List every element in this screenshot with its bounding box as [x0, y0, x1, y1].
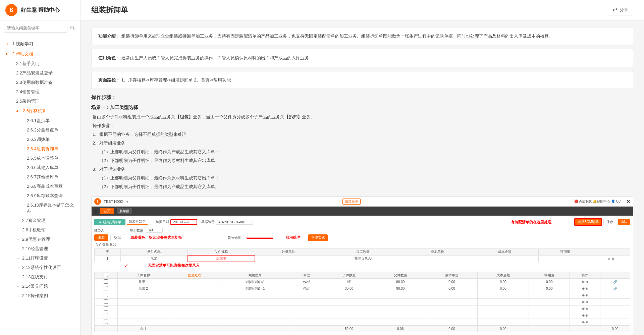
- ss-dropdown: ▼: [125, 200, 129, 204]
- path-block: 页面路径： 1、库存核算->库存管理->组装拆卸单 2、首页->常用功能: [91, 71, 633, 89]
- plus-icon-211: ＋: [16, 256, 20, 261]
- search-input[interactable]: [4, 24, 67, 33]
- row-check-1[interactable]: [104, 279, 108, 284]
- sidebar-item-1[interactable]: ＋ 1.视频学习: [0, 39, 80, 49]
- sidebar-item-210[interactable]: ＋ 2.10经营管理: [7, 244, 80, 254]
- sidebar-item-27[interactable]: ＋ 2.7资金管理: [7, 216, 80, 225]
- sidebar-item-21[interactable]: 2.1新手入门: [7, 59, 80, 68]
- sidebar-item-268[interactable]: 2.6.8商品成本重算: [12, 182, 80, 191]
- sidebar-item-267[interactable]: 2.6.7其他出库单: [12, 172, 80, 182]
- row-check-2[interactable]: [104, 286, 108, 290]
- sidebar-item-28-label: 2.8手机旺铺: [22, 227, 46, 233]
- sidebar-item-25[interactable]: 2.5采购管理: [7, 97, 80, 106]
- sidebar-item-26[interactable]: ● 2.6库存核算 2.6.1盘点单 2.6.2分量盘点单 2.6.3调拨单: [7, 106, 80, 216]
- ss-meta-row: 经办人 加工数量 1/3: [94, 228, 630, 233]
- table-row: ⊕ ⊗: [95, 312, 630, 319]
- sidebar-item-264-label: 2.6.4组装拆卸单: [27, 146, 58, 152]
- search-box: [0, 20, 80, 36]
- sidebar-item-264[interactable]: 2.6.4组装拆卸单: [12, 144, 80, 154]
- sidebar-item-22[interactable]: 2.2产品安装及登录: [7, 68, 80, 78]
- sidebar-item-263[interactable]: 2.6.3调拨单: [12, 135, 80, 144]
- sidebar-item-212[interactable]: ＋ 2.12系统个性化设置: [7, 263, 80, 272]
- row-check-6[interactable]: [104, 313, 108, 317]
- sidebar-item-261[interactable]: 2.6.1盘点单: [12, 116, 80, 125]
- sidebar-item-23[interactable]: 2.3使用前数据准备: [7, 78, 80, 87]
- td-cost-total: [471, 255, 538, 262]
- plus-icon-29: ＋: [16, 237, 20, 242]
- sidebar-item-213-label: 2.13在线支付: [22, 274, 48, 280]
- ss-close-btn: ✕: [626, 199, 630, 204]
- sidebar-item-210-label: 2.10经营管理: [22, 246, 48, 252]
- plus-icon-210: ＋: [16, 246, 20, 252]
- plus-icon-212: ＋: [16, 265, 20, 271]
- plus-icon: ＋: [5, 41, 10, 47]
- sidebar-item-265[interactable]: 2.6.5成本调整单: [12, 154, 80, 163]
- sidebar-item-211[interactable]: ＋ 2.11打印设置: [7, 254, 80, 263]
- table-row: 1 米米 组装单 每包 ≥ 0.00 ⊕ ⊗: [95, 255, 630, 262]
- table-row: ⊕ ⊗: [95, 305, 630, 312]
- ss-lth-ops: 操作: [570, 272, 600, 279]
- svg-line-1: [73, 29, 75, 30]
- sidebar-item-2-label: 2.帮助文档: [12, 51, 33, 57]
- role-block: 使用角色： 通常由生产人员或库管人员完成拆装业务的操作，库管人员确认原材料的出库…: [91, 49, 633, 67]
- ss-qty-label: 加工数量: [130, 228, 143, 233]
- row-check-4[interactable]: [104, 299, 108, 304]
- ss-qty-field: 1/3: [146, 228, 163, 233]
- ss-warehouse-field: [247, 237, 273, 239]
- ss-lower-thead-row: 子件名称 批量处理 规格型号 单位 子件数量 父件数量 成本单价 成本金额 零用…: [95, 272, 630, 279]
- row-check-7[interactable]: [104, 320, 108, 324]
- sidebar-item-26-label: 2.6库存核算: [23, 108, 46, 114]
- sidebar-item-267-label: 2.6.7其他出库单: [27, 174, 58, 180]
- scenario1-intro-text: 当由多个子件材料组装成一个成品的业务为【组装】业务，当由一个父件拆分成多个子产品…: [93, 113, 633, 121]
- sidebar-item-27-label: 2.7资金管理: [22, 218, 46, 224]
- table-row: ⊕ ⊗: [95, 299, 630, 305]
- step1-text: 1、根据不同的业务，选择不同单据的类型来处理: [93, 130, 633, 139]
- td-name: 米米: [120, 255, 187, 262]
- table-row: ⊕ ⊗: [95, 292, 630, 299]
- minus-icon: ●: [5, 52, 10, 56]
- sidebar-item-215-label: 2.15操作案例: [22, 293, 48, 299]
- ss-title-text: TEST-H002: [104, 200, 123, 204]
- arrow-down-icon: ↙: [124, 263, 128, 268]
- ss-lth-avail: 零用量: [529, 272, 570, 279]
- sidebar-item-266-label: 2.6.6其他入库单: [27, 165, 58, 171]
- nav-tree: ＋ 1.视频学习 ● 2.帮助文档 2.1新手入门 2.2产品安装及登录 2.3…: [0, 36, 80, 335]
- ss-tab-active: ★ 组装拆卸单: [94, 219, 125, 225]
- sidebar-item-213[interactable]: ＋ 2.13在线支付: [7, 272, 80, 282]
- sidebar-item-215[interactable]: ＋ 2.15操作案例: [7, 291, 80, 300]
- ss-th-spec: 父件规格: [188, 249, 255, 256]
- sidebar-item-2610[interactable]: 2.6.10库存账本错了怎么办: [12, 201, 80, 216]
- screenshot-mockup: 6 TEST-H002 ▼ 创建新单 🔴 App下载 🔔帮助中心 👤 CC ✕ …: [91, 197, 633, 335]
- step3-sub: （1）上部明细为父件明细，最终作为原材料生成其它出库单； （2）下部明细为子件明…: [93, 174, 633, 191]
- ss-lth-cost-unit: 成本单价: [426, 272, 477, 279]
- ss-nav-active: 自页: [100, 208, 114, 214]
- ss-annotation4: 无固定清单可以直接在这里录入: [148, 263, 200, 268]
- ss-save-btn: 保存: [603, 219, 616, 225]
- ss-type-inactive: 拆卸: [110, 234, 125, 241]
- row-check-5[interactable]: [104, 306, 108, 311]
- sidebar-item-24[interactable]: 2.4销售管理: [7, 87, 80, 97]
- app-title: 好生意 帮助中心: [21, 7, 60, 14]
- scenario1-intro: 当由多个子件材料组装成一个成品的业务为【组装】业务，当由一个父件拆分成多个子产品…: [91, 113, 633, 121]
- sidebar-item-269[interactable]: 2.6.9库存账本查询: [12, 191, 80, 201]
- ss-lth-unit: 单位: [290, 272, 323, 279]
- sidebar-item-214[interactable]: ＋ 2.14常见问题: [7, 282, 80, 291]
- ss-logo: 6: [94, 198, 101, 205]
- sidebar-item-28[interactable]: ＋ 2.8手机旺铺: [7, 225, 80, 235]
- sidebar-item-266[interactable]: 2.6.6其他入库单: [12, 163, 80, 172]
- ss-type-selector: 组装 拆卸: [94, 234, 125, 241]
- row-check-3[interactable]: [104, 293, 108, 297]
- sidebar-item-2[interactable]: ● 2.帮助文档 2.1新手入门 2.2产品安装及登录 2.3使用前数据准备 2…: [0, 49, 80, 300]
- share-button[interactable]: 分享: [608, 5, 633, 15]
- sidebar-item-262[interactable]: 2.6.2分量盘点单: [12, 125, 80, 135]
- sidebar-item-212-label: 2.12系统个性化设置: [22, 265, 61, 271]
- ss-type-row: 组装 拆卸 组装业务、拆卸业务在这里切换 货物仓库 启用处理 立即实施: [94, 234, 630, 241]
- sidebar-item-268-label: 2.6.8商品成本重算: [27, 183, 63, 189]
- sidebar-item-1-label: 1.视频学习: [12, 41, 33, 47]
- sidebar-item-29[interactable]: ＋ 2.9优惠券管理: [7, 235, 80, 244]
- search-button[interactable]: [69, 24, 76, 33]
- sidebar: 6 好生意 帮助中心 ＋ 1.视频学习 ● 2.帮助文档: [0, 0, 80, 335]
- ss-lth-extra: [600, 272, 630, 279]
- ss-select-all[interactable]: [104, 273, 108, 277]
- td-spec: 组装单: [188, 255, 255, 262]
